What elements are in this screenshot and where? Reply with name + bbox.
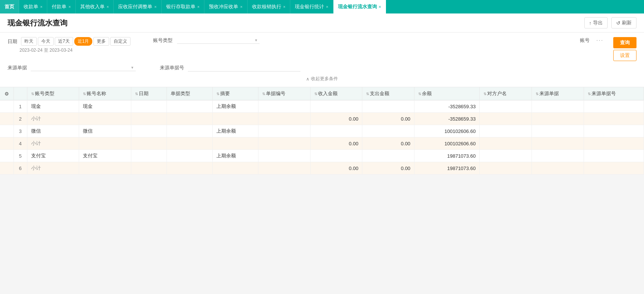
cell-num: 6 bbox=[14, 162, 27, 175]
cell-expense: 0.00 bbox=[362, 162, 414, 175]
collapse-bar[interactable]: ∧ 收起更多条件 bbox=[8, 74, 636, 83]
account-type-label: 账号类型 bbox=[153, 37, 173, 44]
cell-expense: 0.00 bbox=[362, 113, 414, 125]
cell-settings bbox=[0, 162, 14, 175]
cell-doc_type bbox=[167, 125, 213, 137]
column-num bbox=[14, 87, 27, 100]
date-btn-1month[interactable]: 近1月 bbox=[74, 37, 93, 46]
cell-income bbox=[310, 125, 362, 137]
cell-expense bbox=[362, 150, 414, 162]
cell-settings bbox=[0, 125, 14, 137]
refresh-button[interactable]: ↺ 刷新 bbox=[611, 17, 636, 28]
cell-num: 3 bbox=[14, 125, 27, 137]
nav-item-payment[interactable]: 付款单 × bbox=[47, 0, 75, 13]
cell-source_doc bbox=[531, 137, 584, 150]
close-icon[interactable]: × bbox=[197, 4, 200, 9]
column-date[interactable]: ⇅日期 bbox=[131, 87, 167, 100]
column-account-name[interactable]: ⇅账号名称 bbox=[79, 87, 131, 100]
chevron-up-icon: ∧ bbox=[306, 76, 309, 82]
column-settings[interactable]: ⚙ bbox=[0, 87, 14, 100]
sort-icon: ⇅ bbox=[588, 92, 591, 96]
cell-source_doc_num bbox=[584, 150, 644, 162]
nav-item-prepay[interactable]: 预收冲应收单 × bbox=[204, 0, 247, 13]
cell-doc_num bbox=[258, 150, 311, 162]
cell-num: 1 bbox=[14, 100, 27, 113]
cell-income: 0.00 bbox=[310, 162, 362, 175]
cell-date bbox=[131, 113, 167, 125]
close-icon[interactable]: × bbox=[283, 4, 285, 9]
cell-doc_type bbox=[167, 100, 213, 113]
nav-item-verify[interactable]: 收款核销执行 × bbox=[248, 0, 290, 13]
table-row: 6小计0.000.0019871073.60 bbox=[0, 162, 644, 175]
cell-balance: 19871073.60 bbox=[414, 150, 480, 162]
cell-counterparty bbox=[480, 150, 532, 162]
cell-source_doc_num bbox=[584, 100, 644, 113]
nav-item-home[interactable]: 首页 bbox=[0, 0, 19, 13]
close-icon[interactable]: × bbox=[326, 4, 328, 9]
cell-date bbox=[131, 125, 167, 137]
close-icon[interactable]: × bbox=[379, 4, 381, 9]
account-type-select[interactable]: ▾ bbox=[177, 37, 260, 44]
cell-doc_num bbox=[258, 100, 311, 113]
refresh-icon: ↺ bbox=[616, 20, 620, 26]
chevron-down-icon: ▾ bbox=[255, 38, 257, 43]
column-income[interactable]: ⇅收入金额 bbox=[310, 87, 362, 100]
cell-settings bbox=[0, 113, 14, 125]
column-source-doc-num[interactable]: ⇅来源单据号 bbox=[584, 87, 644, 100]
source-doc-num-input[interactable] bbox=[188, 64, 300, 72]
table-header-row: ⚙ ⇅账号类型 ⇅账号名称 ⇅日期 单据类型 ⇅摘要 ⇅单据编号 bbox=[0, 87, 644, 100]
column-counterparty[interactable]: ⇅对方户名 bbox=[480, 87, 532, 100]
date-filter-label: 日期 bbox=[8, 38, 17, 45]
close-icon[interactable]: × bbox=[107, 4, 109, 9]
cell-source_doc bbox=[531, 125, 584, 137]
cell-summary bbox=[213, 137, 258, 150]
nav-item-stats[interactable]: 现金银行统计 × bbox=[290, 0, 333, 13]
date-range-display: 2023-02-24 至 2023-03-24 bbox=[20, 48, 72, 53]
data-table-container: ⚙ ⇅账号类型 ⇅账号名称 ⇅日期 单据类型 ⇅摘要 ⇅单据编号 bbox=[0, 87, 644, 175]
nav-item-flow-query[interactable]: 现金银行流水查询 × bbox=[333, 0, 386, 13]
cell-balance: 100102606.60 bbox=[414, 125, 480, 137]
close-icon[interactable]: × bbox=[68, 4, 71, 9]
cell-source_doc_num bbox=[584, 113, 644, 125]
cell-doc_type bbox=[167, 113, 213, 125]
cell-date bbox=[131, 137, 167, 150]
cell-settings bbox=[0, 137, 14, 150]
close-icon[interactable]: × bbox=[240, 4, 242, 9]
cell-source_doc bbox=[531, 113, 584, 125]
date-btn-custom[interactable]: 自定义 bbox=[110, 37, 131, 46]
date-btn-more[interactable]: 更多 bbox=[93, 37, 109, 46]
query-button[interactable]: 查询 bbox=[613, 37, 636, 48]
sort-icon: ⇅ bbox=[418, 92, 421, 96]
nav-item-other-income[interactable]: 其他收入单 × bbox=[76, 0, 114, 13]
cell-num: 4 bbox=[14, 137, 27, 150]
account-dots: ··· bbox=[596, 37, 603, 44]
cell-balance: 100102606.60 bbox=[414, 137, 480, 150]
column-doc-num[interactable]: ⇅单据编号 bbox=[258, 87, 311, 100]
column-account-type[interactable]: ⇅账号类型 bbox=[27, 87, 79, 100]
cell-doc_num bbox=[258, 125, 311, 137]
close-icon[interactable]: × bbox=[154, 4, 156, 9]
gear-icon[interactable]: ⚙ bbox=[5, 91, 9, 97]
cell-date bbox=[131, 150, 167, 162]
date-btn-7days[interactable]: 近7天 bbox=[55, 37, 73, 46]
cell-counterparty bbox=[480, 113, 532, 125]
nav-item-adjustment[interactable]: 应收应付调整单 × bbox=[114, 0, 161, 13]
nav-item-bank-deposit[interactable]: 银行存取款单 × bbox=[162, 0, 204, 13]
column-source-doc[interactable]: ⇅来源单据 bbox=[531, 87, 584, 100]
top-navigation: 首页 收款单 × 付款单 × 其他收入单 × 应收应付调整单 × 银行存取款单 … bbox=[0, 0, 644, 13]
column-summary[interactable]: ⇅摘要 bbox=[213, 87, 258, 100]
source-doc-select[interactable]: ▾ bbox=[31, 64, 136, 71]
date-btn-yesterday[interactable]: 昨天 bbox=[21, 37, 37, 46]
date-btn-today[interactable]: 今天 bbox=[38, 37, 54, 46]
close-icon[interactable]: × bbox=[40, 4, 42, 9]
nav-item-receipt[interactable]: 收款单 × bbox=[19, 0, 47, 13]
column-balance[interactable]: ⇅余额 bbox=[414, 87, 480, 100]
sort-icon: ⇅ bbox=[262, 92, 265, 96]
export-button[interactable]: ↑ 导出 bbox=[584, 17, 608, 28]
cell-income: 0.00 bbox=[310, 137, 362, 150]
cell-summary bbox=[213, 113, 258, 125]
column-expense[interactable]: ⇅支出金额 bbox=[362, 87, 414, 100]
settings-button[interactable]: 设置 bbox=[613, 50, 636, 61]
cell-account_name: 微信 bbox=[79, 125, 131, 137]
column-doc-type: 单据类型 bbox=[167, 87, 213, 100]
